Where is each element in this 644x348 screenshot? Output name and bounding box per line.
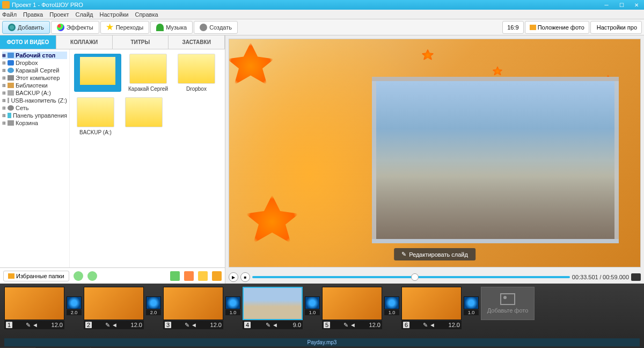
transition-thumb[interactable]: 1.0	[384, 296, 399, 315]
leaf-decoration	[492, 66, 503, 77]
folder-icon	[8, 83, 14, 88]
forward-icon[interactable]	[87, 271, 97, 281]
pencil-icon: ✎	[401, 251, 406, 258]
aspect-button[interactable]: 16:9	[502, 21, 523, 34]
photo-frame[interactable]	[372, 77, 619, 243]
folder-icon	[8, 98, 9, 103]
star-icon	[106, 24, 114, 31]
tree-item[interactable]: ⊞Рабочий стол	[2, 52, 67, 59]
folder-icon	[8, 90, 14, 96]
transition-thumb[interactable]: 1.0	[305, 296, 320, 315]
folder-tree[interactable]: ⊞Рабочий стол⊞Dropbox⊞Каракай Сергей⊞Это…	[0, 49, 70, 267]
edit-slide-button[interactable]: ✎Редактировать слайд	[394, 248, 475, 260]
photo-icon	[530, 25, 536, 30]
folder-thumb[interactable]: Dropbox	[175, 54, 218, 92]
folder-icon	[8, 273, 14, 279]
back-icon[interactable]	[74, 271, 83, 281]
folder-thumb[interactable]: Каракай Сергей	[127, 54, 170, 92]
download-icon[interactable]	[170, 271, 180, 281]
thumbnail-grid[interactable]: Каракай СергейDropboxBACKUP (A:)	[70, 49, 225, 267]
effects-button[interactable]: Эффекты	[51, 21, 99, 34]
tree-item[interactable]: ⊞Dropbox	[2, 59, 67, 67]
folder-icon	[8, 105, 14, 111]
folder-thumb[interactable]	[74, 54, 121, 92]
preview-canvas[interactable]: ✎Редактировать слайд	[229, 39, 641, 267]
folder-thumb[interactable]	[122, 97, 165, 135]
home-icon[interactable]	[184, 271, 194, 281]
tab-collages[interactable]: КОЛЛАЖИ	[56, 35, 113, 49]
tree-item[interactable]: ⊞USB-накопитель (Z:)	[2, 97, 67, 104]
folder-icon	[8, 113, 11, 118]
folder-action-icon[interactable]	[198, 271, 208, 281]
gear-icon	[200, 24, 207, 31]
playback-slider[interactable]	[252, 276, 570, 278]
leaf-decoration	[421, 49, 434, 62]
timeline[interactable]: 1✎ ◄12.02.02✎ ◄12.02.03✎ ◄12.01.04✎ ◄9.0…	[0, 284, 644, 338]
tab-intros[interactable]: ЗАСТАВКИ	[169, 35, 225, 49]
tree-item[interactable]: ⊞Сеть	[2, 104, 67, 112]
menu-project[interactable]: Проект	[49, 11, 69, 18]
menu-file[interactable]: Файл	[2, 11, 17, 18]
folder-icon	[8, 75, 14, 81]
folder-icon	[8, 120, 14, 126]
favorites-button[interactable]: Избранные папки	[3, 271, 69, 281]
close-button[interactable]: ✕	[629, 0, 644, 10]
add-photo-slot[interactable]: Добавьте фото	[481, 287, 535, 320]
time-display: 00:33.501 / 00:59.000	[572, 274, 629, 280]
menu-help[interactable]: Справка	[135, 11, 158, 18]
tree-item[interactable]: ⊞Каракай Сергей	[2, 67, 67, 74]
music-icon	[156, 24, 164, 31]
titlebar: Проект 1 - ФотоШОУ PRO ─ ☐ ✕	[0, 0, 644, 10]
timeline-slide[interactable]: 3✎ ◄12.0	[163, 287, 223, 329]
timeline-slide[interactable]: 1✎ ◄12.0	[4, 287, 64, 329]
transitions-button[interactable]: Переходы	[100, 21, 150, 34]
menubar: Файл Правка Проект Слайд Настройки Справ…	[0, 10, 644, 19]
tree-item[interactable]: ⊞Этот компьютер	[2, 74, 67, 82]
folder-thumb[interactable]: BACKUP (A:)	[74, 97, 117, 135]
audio-track[interactable]: Payday.mp3	[4, 338, 640, 346]
transition-thumb[interactable]: 1.0	[464, 296, 479, 315]
menu-settings[interactable]: Настройки	[100, 11, 129, 18]
menu-slide[interactable]: Слайд	[75, 11, 93, 18]
tree-item[interactable]: ⊞BACKUP (A:)	[2, 89, 67, 97]
folder-icon	[8, 53, 14, 58]
tab-titles[interactable]: ТИТРЫ	[113, 35, 169, 49]
transition-thumb[interactable]: 1.0	[225, 296, 240, 315]
toolbar: Добавить Эффекты Переходы Музыка Создать…	[0, 19, 644, 35]
folder-icon	[8, 60, 14, 66]
app-icon	[2, 1, 10, 9]
create-button[interactable]: Создать	[194, 21, 238, 34]
folder-icon	[8, 68, 14, 73]
play-button[interactable]: ▶	[229, 272, 238, 282]
tree-item[interactable]: ⊞Корзина	[2, 119, 67, 127]
camera-icon	[8, 24, 16, 31]
maximize-button[interactable]: ☐	[614, 0, 629, 10]
menu-edit[interactable]: Правка	[23, 11, 43, 18]
image-icon	[500, 293, 515, 305]
stop-button[interactable]: ■	[240, 272, 250, 282]
tree-item[interactable]: ⊞Панель управления	[2, 112, 67, 119]
leaf-decoration	[245, 195, 299, 249]
timeline-slide[interactable]: 5✎ ◄12.0	[322, 287, 382, 329]
project-settings-button[interactable]: Настройки про	[590, 21, 642, 34]
transition-thumb[interactable]: 2.0	[146, 296, 161, 315]
window-title: Проект 1 - ФотоШОУ PRO	[12, 2, 83, 8]
music-button[interactable]: Музыка	[150, 21, 193, 34]
photo-position-button[interactable]: Положение фото	[525, 21, 589, 34]
timeline-slide[interactable]: 6✎ ◄12.0	[401, 287, 462, 329]
timeline-slide[interactable]: 4✎ ◄9.0	[243, 287, 303, 329]
snapshot-icon[interactable]	[631, 273, 641, 281]
tree-item[interactable]: ⊞Библиотеки	[2, 82, 67, 89]
minimize-button[interactable]: ─	[599, 0, 614, 10]
leaf-decoration	[229, 42, 274, 90]
palette-icon	[57, 24, 64, 31]
timeline-slide[interactable]: 2✎ ◄12.0	[84, 287, 144, 329]
add-button[interactable]: Добавить	[2, 21, 50, 34]
transition-thumb[interactable]: 2.0	[67, 296, 82, 315]
tab-photo-video[interactable]: ФОТО И ВИДЕО	[0, 35, 56, 49]
folder-open-icon[interactable]	[212, 271, 222, 281]
subtabs: ФОТО И ВИДЕО КОЛЛАЖИ ТИТРЫ ЗАСТАВКИ	[0, 35, 225, 49]
